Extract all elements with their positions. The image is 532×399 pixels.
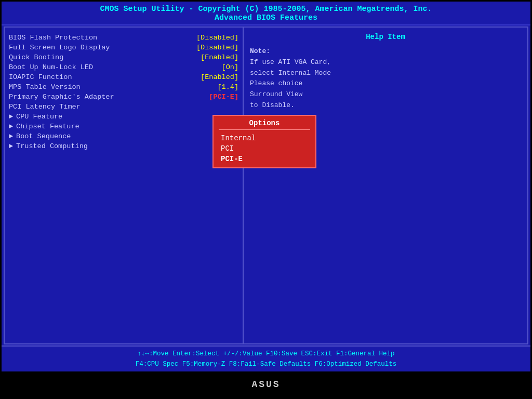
menu-item-trusted-computing[interactable]: ► Trusted Computing [9, 141, 238, 151]
dropdown-option-pci[interactable]: PCI [219, 143, 310, 154]
menu-item-logo[interactable]: Full Screen Logo Display [Disabled] [9, 43, 238, 52]
bios-flash-label: BIOS Flash Protection [9, 34, 97, 42]
header: CMOS Setup Utility - Copyright (C) 1985-… [2, 2, 530, 25]
logo-value: [Disabled] [196, 44, 238, 51]
help-note-label: Note: [250, 47, 270, 55]
help-title: Help Item [250, 33, 521, 41]
menu-item-chipset-feature[interactable]: ► Chipset Feature [9, 122, 238, 131]
menu-item-ioapic[interactable]: IOAPIC Function [Enabled] [9, 72, 238, 82]
ioapic-value: [Enabled] [201, 73, 238, 81]
menu-item-cpu-feature[interactable]: ► CPU Feature [9, 112, 238, 122]
header-line2: Advanced BIOS Features [2, 14, 530, 22]
dropdown-option-internal[interactable]: Internal [219, 133, 310, 143]
bottom-bar: ASUS [2, 371, 530, 397]
pci-latency-label: PCI Latency Timer [9, 103, 81, 111]
help-line4: Surround View [250, 90, 302, 98]
quick-boot-value: [Enabled] [201, 54, 238, 61]
menu-item-primary-gfx[interactable]: Primary Graphic's Adapter [PCI-E] [9, 92, 238, 102]
help-line1: If use ATI VGA Card, [250, 58, 331, 66]
header-line1: CMOS Setup Utility - Copyright (C) 1985-… [2, 5, 530, 14]
bios-screen: CMOS Setup Utility - Copyright (C) 1985-… [0, 0, 532, 399]
menu-item-mps[interactable]: MPS Table Version [1.4] [9, 82, 238, 92]
trusted-computing-label: Trusted Computing [16, 142, 88, 150]
footer-line2: F4:CPU Spec F5:Memory-Z F8:Fail-Safe Def… [6, 359, 526, 369]
mps-label: MPS Table Version [9, 83, 81, 91]
ioapic-label: IOAPIC Function [9, 73, 72, 81]
dropdown-title: Options [219, 119, 310, 130]
menu-item-quick-boot[interactable]: Quick Booting [Enabled] [9, 52, 238, 62]
boot-arrow-icon: ► [9, 132, 13, 140]
dropdown-option-pcie[interactable]: PCI-E [219, 154, 310, 164]
quick-boot-label: Quick Booting [9, 54, 63, 61]
help-line3: Please choice [250, 79, 302, 87]
cpu-arrow-icon: ► [9, 113, 13, 121]
numlock-label: Boot Up Num-Lock LED [9, 63, 93, 71]
asus-logo: ASUS [251, 379, 280, 390]
logo-label: Full Screen Logo Display [9, 44, 110, 51]
bios-flash-value: [Disabled] [196, 34, 238, 42]
menu-item-numlock[interactable]: Boot Up Num-Lock LED [On] [9, 62, 238, 72]
menu-item-pci-latency[interactable]: PCI Latency Timer [9, 102, 238, 112]
footer: ↑↓↔:Move Enter:Select +/-/:Value F10:Sav… [2, 345, 530, 371]
left-panel: BIOS Flash Protection [Disabled] Full Sc… [5, 28, 244, 343]
menu-item-boot-sequence[interactable]: ► Boot Sequence [9, 131, 238, 141]
numlock-value: [On] [222, 63, 238, 71]
trusted-arrow-icon: ► [9, 142, 13, 150]
main-area: BIOS Flash Protection [Disabled] Full Sc… [4, 26, 528, 344]
help-line5: to Disable. [250, 101, 295, 109]
right-panel: Help Item Note: If use ATI VGA Card, sel… [244, 28, 527, 343]
menu-item-bios-flash[interactable]: BIOS Flash Protection [Disabled] [9, 33, 238, 43]
footer-line1: ↑↓↔:Move Enter:Select +/-/:Value F10:Sav… [6, 349, 526, 359]
chipset-feature-label: Chipset Feature [16, 123, 79, 130]
help-line2: select Internal Mode [250, 69, 331, 77]
chipset-arrow-icon: ► [9, 123, 13, 130]
help-text: Note: If use ATI VGA Card, select Intern… [250, 46, 521, 111]
mps-value: [1.4] [217, 83, 238, 91]
dropdown-popup: Options Internal PCI PCI-E [212, 115, 316, 168]
boot-sequence-label: Boot Sequence [16, 132, 71, 140]
primary-gfx-value: [PCI-E] [209, 93, 238, 101]
primary-gfx-label: Primary Graphic's Adapter [9, 93, 114, 101]
cpu-feature-label: CPU Feature [16, 113, 62, 121]
